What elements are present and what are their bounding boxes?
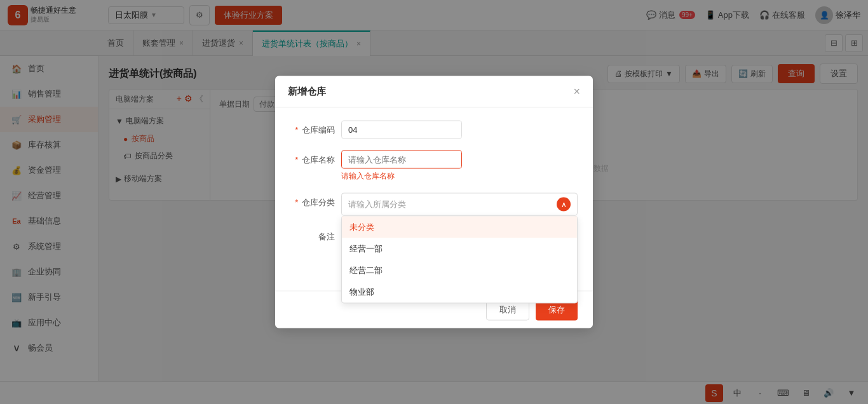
modal-title: 新增仓库 bbox=[288, 86, 326, 98]
dropdown-option-2[interactable]: 经营二部 bbox=[342, 260, 577, 281]
modal-header: 新增仓库 × bbox=[275, 76, 593, 108]
note-label: 备注 bbox=[290, 227, 341, 243]
modal-close-button[interactable]: × bbox=[573, 85, 580, 98]
category-dropdown: 请输入所属分类 ∧ 未分类 经营一部 经营二部 物业部 bbox=[341, 193, 578, 216]
name-error-tip: 请输入仓库名称 bbox=[341, 171, 578, 182]
dropdown-option-3[interactable]: 物业部 bbox=[342, 281, 577, 303]
category-label: * 仓库分类 bbox=[290, 193, 341, 208]
code-field-row: * 仓库编码 bbox=[290, 121, 578, 139]
dropdown-arrow-icon: ∧ bbox=[557, 198, 571, 212]
category-placeholder: 请输入所属分类 bbox=[348, 199, 406, 210]
category-field-row: * 仓库分类 请输入所属分类 ∧ 未分类 经营一部 经营二部 物业部 bbox=[290, 193, 578, 216]
name-field-row: * 仓库名称 请输入仓库名称 bbox=[290, 151, 578, 182]
modal-body: * 仓库编码 * 仓库名称 请输入仓库名称 * 仓库分类 bbox=[275, 108, 593, 291]
dropdown-option-0[interactable]: 未分类 bbox=[342, 217, 577, 238]
category-dropdown-trigger[interactable]: 请输入所属分类 ∧ bbox=[341, 193, 578, 216]
name-input[interactable] bbox=[341, 151, 462, 169]
name-label: * 仓库名称 bbox=[290, 151, 341, 166]
dropdown-option-1[interactable]: 经营一部 bbox=[342, 238, 577, 260]
code-label: * 仓库编码 bbox=[290, 121, 341, 136]
category-dropdown-menu: 未分类 经营一部 经营二部 物业部 bbox=[341, 216, 578, 304]
code-input[interactable] bbox=[341, 121, 462, 139]
new-warehouse-modal: 新增仓库 × * 仓库编码 * 仓库名称 请输入仓库名称 bbox=[275, 76, 593, 328]
